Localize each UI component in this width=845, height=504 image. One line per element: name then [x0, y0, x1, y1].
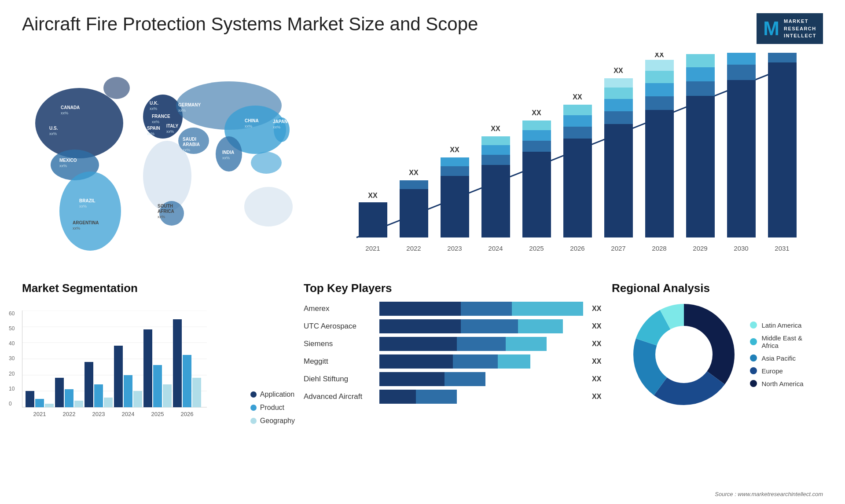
svg-text:2022: 2022 [406, 245, 421, 252]
svg-rect-94 [686, 67, 715, 81]
svg-text:xx%: xx% [147, 131, 154, 136]
svg-rect-124 [94, 384, 103, 407]
seg-chart-svg: 2021 2022 2023 [22, 310, 207, 425]
svg-rect-120 [65, 389, 73, 407]
svg-text:XX: XX [532, 109, 541, 117]
svg-text:xx%: xx% [273, 125, 280, 129]
svg-text:xx%: xx% [245, 124, 252, 128]
svg-point-0 [35, 88, 123, 158]
segmentation-legend: Application Product Geography [250, 391, 295, 425]
dot-north-america [750, 380, 757, 387]
regional-title: Regional Analysis [612, 281, 823, 295]
svg-text:CANADA: CANADA [61, 105, 80, 110]
svg-rect-68 [522, 130, 551, 141]
svg-rect-66 [522, 152, 551, 237]
svg-rect-135 [173, 319, 182, 407]
segmentation-title: Market Segmentation [22, 281, 295, 295]
svg-rect-137 [192, 378, 201, 407]
svg-text:AFRICA: AFRICA [158, 209, 174, 214]
svg-rect-67 [522, 141, 551, 152]
svg-rect-80 [604, 99, 633, 111]
segmentation-section: Market Segmentation 60 50 40 30 20 10 0 [22, 281, 295, 435]
svg-point-2 [59, 172, 121, 251]
svg-rect-88 [645, 71, 674, 83]
svg-rect-125 [104, 398, 113, 407]
svg-rect-86 [645, 96, 674, 110]
svg-text:INDIA: INDIA [222, 150, 234, 155]
svg-text:BRAZIL: BRAZIL [79, 198, 96, 203]
svg-rect-62 [481, 145, 510, 155]
svg-rect-56 [441, 166, 469, 176]
svg-rect-93 [686, 81, 715, 96]
player-row-meggitt: Meggitt XX [304, 354, 603, 369]
world-map-svg: CANADA xx% U.S. xx% MEXICO xx% BRAZIL xx… [22, 53, 308, 264]
svg-rect-79 [604, 111, 633, 124]
svg-text:JAPAN: JAPAN [273, 119, 287, 124]
svg-rect-136 [183, 355, 191, 407]
svg-text:2030: 2030 [734, 245, 748, 252]
svg-rect-129 [133, 391, 142, 407]
svg-rect-51 [400, 189, 428, 237]
legend-dot-product [250, 405, 257, 411]
svg-point-3 [103, 77, 130, 99]
svg-rect-131 [143, 329, 152, 407]
legend-europe: Europe [750, 367, 803, 375]
player-bar-meggitt [379, 354, 583, 369]
svg-rect-63 [481, 136, 510, 145]
svg-rect-89 [645, 60, 674, 71]
players-section: Top Key Players Amerex XX UTC Aerospace [304, 281, 603, 435]
player-bar-utc [379, 319, 583, 333]
svg-text:xx%: xx% [73, 226, 80, 230]
svg-rect-117 [45, 404, 54, 407]
svg-rect-123 [84, 362, 93, 407]
svg-text:XX: XX [491, 125, 500, 132]
legend-product: Product [250, 404, 295, 412]
svg-text:U.S.: U.S. [49, 126, 58, 131]
svg-rect-52 [400, 180, 428, 189]
svg-text:2027: 2027 [611, 245, 625, 252]
legend-latin-america: Latin America [750, 321, 803, 329]
legend-geography: Geography [250, 417, 295, 425]
legend-application: Application [250, 391, 295, 398]
svg-text:SPAIN: SPAIN [147, 126, 160, 131]
svg-text:ARABIA: ARABIA [183, 142, 200, 147]
svg-rect-92 [686, 96, 715, 237]
donut-chart-svg [631, 302, 737, 407]
svg-rect-72 [563, 139, 592, 237]
svg-text:ITALY: ITALY [166, 124, 179, 128]
source-text: Source : www.marketresearchintellect.com [715, 491, 823, 497]
svg-rect-85 [645, 110, 674, 237]
svg-text:XX: XX [368, 192, 378, 199]
svg-rect-115 [26, 391, 34, 407]
svg-rect-132 [153, 365, 162, 407]
svg-rect-81 [604, 88, 633, 99]
player-row-advanced: Advanced Aircraft XX [304, 390, 603, 404]
svg-rect-69 [522, 121, 551, 130]
svg-text:2029: 2029 [693, 245, 707, 252]
svg-text:xx%: xx% [49, 131, 57, 136]
svg-text:XX: XX [450, 146, 459, 153]
page-container: Aircraft Fire Protection Systems Market … [0, 0, 845, 504]
svg-rect-121 [74, 401, 83, 407]
svg-text:GERMANY: GERMANY [178, 102, 201, 107]
svg-text:2024: 2024 [488, 245, 503, 252]
player-bar-amerex [379, 302, 583, 316]
svg-rect-73 [563, 127, 592, 139]
dot-europe [750, 367, 757, 374]
player-row-amerex: Amerex XX [304, 302, 603, 316]
svg-point-144 [660, 330, 708, 379]
svg-rect-75 [563, 105, 592, 115]
svg-text:xx%: xx% [166, 129, 174, 134]
svg-point-11 [251, 152, 282, 174]
player-row-siemens: Siemens XX [304, 337, 603, 351]
svg-rect-116 [35, 399, 44, 407]
regional-legend: Latin America Middle East &Africa Asia P… [750, 321, 803, 387]
svg-text:2025: 2025 [529, 245, 544, 252]
svg-rect-82 [604, 78, 633, 88]
svg-text:U.K.: U.K. [150, 101, 158, 106]
svg-rect-133 [163, 384, 172, 407]
dot-asia-pacific [750, 354, 757, 362]
svg-text:XX: XX [573, 93, 582, 101]
svg-text:XX: XX [654, 53, 664, 58]
svg-rect-100 [727, 53, 756, 65]
